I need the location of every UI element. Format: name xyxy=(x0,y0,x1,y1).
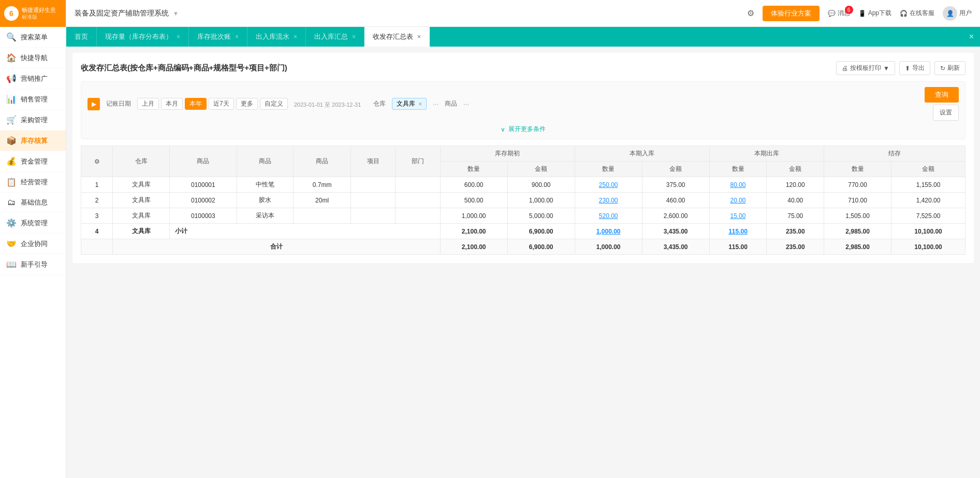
in-amt-cell: 2,600.00 xyxy=(642,208,709,224)
sidebar-label-finance: 资金管理 xyxy=(21,157,48,166)
main-card: 收发存汇总表(按仓库+商品编码+商品+规格型号+项目+部门) 🖨 按模板打印 ▼… xyxy=(72,53,974,263)
tab-item-2[interactable]: 库存批次账× xyxy=(189,27,247,47)
tab-close-3[interactable]: × xyxy=(294,33,297,40)
message-btn[interactable]: 💬 消息 6 xyxy=(828,9,850,18)
date-custom[interactable]: 自定义 xyxy=(260,98,288,110)
out-amt-cell: 40.00 xyxy=(767,193,824,208)
warehouse-tag-close[interactable]: × xyxy=(418,100,422,108)
footer-bal-qty: 2,985.00 xyxy=(824,239,891,255)
bal-qty-cell: 1,505.00 xyxy=(824,208,891,224)
bal-amt-cell: 1,420.00 xyxy=(891,193,966,208)
sidebar-logo: 6 畅捷通好生意 标准版 xyxy=(0,0,66,27)
expand-conditions-row[interactable]: ∨ 展开更多条件 xyxy=(87,125,959,134)
main-area: 装备及固定资产辅助管理系统 ▼ ⚙ 体验行业方案 💬 消息 6 📱 App下载 … xyxy=(66,0,980,478)
warehouse-cell: 文具库 xyxy=(113,177,169,193)
query-area: 查询 设置 xyxy=(925,87,959,121)
user-menu-btn[interactable]: 👤 用户 xyxy=(943,6,972,21)
sidebar-label-inventory: 库存核算 xyxy=(21,136,48,146)
sidebar-item-basic[interactable]: 🗂基础信息 xyxy=(0,193,66,213)
sidebar-item-sales[interactable]: 📊销售管理 xyxy=(0,89,66,110)
data-table-wrap: ⚙ 仓库 商品 商品 商品 项目 部门 库存期初 本期入库 本期出库 结存 xyxy=(81,146,966,255)
sidebar-item-search[interactable]: 🔍搜索菜单 xyxy=(0,27,66,48)
warehouse-label: 仓库 xyxy=(373,99,386,108)
message-icon: 💬 xyxy=(828,10,836,17)
top-actions: ⚙ 体验行业方案 💬 消息 6 📱 App下载 🎧 在线客服 👤 用户 xyxy=(747,6,972,21)
in-qty-cell: 520.00 xyxy=(575,208,642,224)
filter-settings-btn[interactable]: 设置 xyxy=(933,105,959,121)
tab-item-1[interactable]: 现存量（库存分布表）× xyxy=(97,27,189,47)
code-cell: 0100001 xyxy=(169,177,237,193)
footer-total-row: 合计 2,100.00 6,900.00 1,000.00 3,435.00 1… xyxy=(81,239,966,255)
filter-row-main: ▶ 记账日期 上月 本月 本年 近7天 更多 自定义 2023-01-01 至 … xyxy=(87,87,959,121)
out-qty-cell: 80.00 xyxy=(709,177,767,193)
warehouse-more-dots[interactable]: ··· xyxy=(433,100,438,108)
expand-label: 展开更多条件 xyxy=(508,125,546,134)
sidebar-item-operation[interactable]: 📋经营管理 xyxy=(0,172,66,193)
warehouse-tag-text: 文具库 xyxy=(397,99,415,108)
warehouse-col-header: 仓库 xyxy=(113,146,169,177)
spec-cell: 20ml xyxy=(294,193,351,208)
headset-icon: 🎧 xyxy=(900,10,908,17)
open-qty-cell: 2,100.00 xyxy=(440,224,507,239)
spec-col-header: 商品 xyxy=(294,146,351,177)
sidebar-item-finance[interactable]: 💰资金管理 xyxy=(0,151,66,172)
warehouse-cell: 文具库 xyxy=(113,193,169,208)
tab-close-1[interactable]: × xyxy=(177,33,180,40)
quick-icon: 🏠 xyxy=(6,53,17,63)
expand-icon: ∨ xyxy=(501,126,505,133)
tab-close-4[interactable]: × xyxy=(352,33,356,40)
dept-col-header: 部门 xyxy=(396,146,440,177)
seq-cell: 1 xyxy=(81,177,113,193)
tab-close-5[interactable]: × xyxy=(417,33,421,40)
sidebar-item-guide[interactable]: 📖新手引导 xyxy=(0,254,66,275)
in-qty-cell: 250.00 xyxy=(575,177,642,193)
date-this-year[interactable]: 本年 xyxy=(185,98,207,110)
date-this-month[interactable]: 本月 xyxy=(161,98,183,110)
date-more[interactable]: 更多 xyxy=(236,98,258,110)
sidebar-item-collab[interactable]: 🤝企业协同 xyxy=(0,234,66,254)
print-button[interactable]: 🖨 按模板打印 ▼ xyxy=(836,61,895,75)
purchase-icon: 🛒 xyxy=(6,115,17,125)
online-service-btn[interactable]: 🎧 在线客服 xyxy=(900,9,934,18)
query-button[interactable]: 查询 xyxy=(925,87,959,103)
sidebar-item-quick[interactable]: 🏠快捷导航 xyxy=(0,48,66,68)
open-qty-header: 数量 xyxy=(440,162,507,177)
tab-close-2[interactable]: × xyxy=(235,33,239,40)
tab-item-0[interactable]: 首页 xyxy=(66,27,97,47)
system-icon: ⚙️ xyxy=(6,218,17,228)
refresh-button[interactable]: ↻ 刷新 xyxy=(934,61,966,75)
open-stock-header: 库存期初 xyxy=(440,146,575,162)
name-cell: 胶水 xyxy=(237,193,293,208)
code-col-header: 商品 xyxy=(169,146,237,177)
out-qty-cell: 20.00 xyxy=(709,193,767,208)
sidebar-label-basic: 基础信息 xyxy=(21,198,48,207)
goods-more-dots[interactable]: ··· xyxy=(463,100,469,108)
subtotal-cell: 小计 xyxy=(169,224,440,239)
inventory-icon: 📦 xyxy=(6,136,17,146)
project-cell xyxy=(350,177,395,193)
tab-item-4[interactable]: 出入库汇总× xyxy=(306,27,364,47)
date-7days[interactable]: 近7天 xyxy=(209,98,234,110)
sidebar-item-system[interactable]: ⚙️系统管理 xyxy=(0,213,66,234)
table-row: 1 文具库 0100001 中性笔 0.7mm 600.00 900.00 25… xyxy=(81,177,966,193)
filter-expand-btn[interactable]: ▶ xyxy=(87,98,100,110)
spec-cell: 0.7mm xyxy=(294,177,351,193)
footer-settings-cell xyxy=(81,239,113,255)
date-last-month[interactable]: 上月 xyxy=(137,98,159,110)
settings-col-header[interactable]: ⚙ xyxy=(81,146,113,177)
close-all-tabs-btn[interactable]: × xyxy=(963,27,980,47)
sidebar-item-inventory[interactable]: 📦库存核算 xyxy=(0,131,66,151)
bal-amt-cell: 10,100.00 xyxy=(891,224,966,239)
bal-qty-cell: 710.00 xyxy=(824,193,891,208)
app-download-btn[interactable]: 📱 App下载 xyxy=(858,9,891,18)
tab-item-3[interactable]: 出入库流水× xyxy=(247,27,306,47)
sidebar-item-purchase[interactable]: 🛒采购管理 xyxy=(0,110,66,131)
table-row: 4 文具库 小计 2,100.00 6,900.00 1,000.00 3,43… xyxy=(81,224,966,239)
data-table: ⚙ 仓库 商品 商品 商品 项目 部门 库存期初 本期入库 本期出库 结存 xyxy=(81,146,966,255)
gear-settings-icon[interactable]: ⚙ xyxy=(747,8,754,18)
tab-item-5[interactable]: 收发存汇总表× xyxy=(364,27,430,47)
sidebar-item-marketing[interactable]: 📢营销推广 xyxy=(0,68,66,89)
export-button[interactable]: ⬆ 导出 xyxy=(899,61,930,75)
sidebar-label-guide: 新手引导 xyxy=(21,260,48,269)
try-industry-button[interactable]: 体验行业方案 xyxy=(763,6,820,21)
